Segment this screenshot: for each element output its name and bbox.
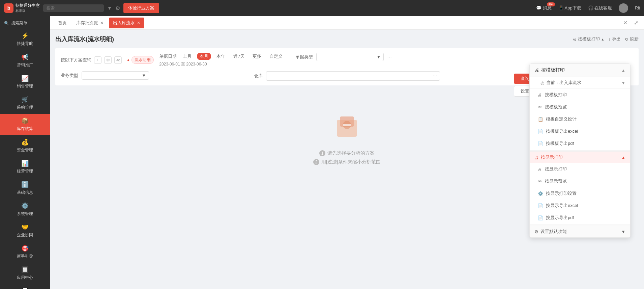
tab-batch-account[interactable]: 库存批次账 ✕ bbox=[72, 18, 108, 28]
warehouse-label: 仓库 bbox=[254, 73, 263, 79]
date-tab-last-7-days[interactable]: 近7天 bbox=[231, 53, 247, 60]
dropdown-display-print-settings[interactable]: ⚙️ 按显示打印设置 bbox=[530, 187, 630, 200]
dropdown-template-preview[interactable]: 👁 按模板预览 bbox=[530, 101, 630, 113]
message-btn[interactable]: 💬 消息 99+ bbox=[536, 5, 552, 11]
tab-inout-flow[interactable]: 出入库流水 ✕ bbox=[109, 18, 144, 28]
avatar[interactable] bbox=[619, 3, 628, 13]
sidebar-item-finance[interactable]: 💰 资金管理 bbox=[0, 135, 50, 156]
export-btn[interactable]: ↑ 导出 bbox=[609, 36, 621, 42]
marketing-icon: 📢 bbox=[21, 53, 29, 61]
search-type-tag: 流水明细 bbox=[131, 56, 154, 64]
dropdown-display-section-header[interactable]: 🖨 按显示打印 ▲ bbox=[530, 151, 630, 163]
search-icon: 🔍 bbox=[4, 21, 9, 26]
export-icon: ↑ bbox=[609, 37, 611, 42]
sidebar-item-operations[interactable]: 📊 经营管理 bbox=[0, 156, 50, 178]
sidebar: 🔍 搜索菜单 ⚡ 快捷导航 📢 营销推广 📈 销售管理 🛒 采购管理 📦 库存核… bbox=[0, 16, 50, 289]
window-close-btn[interactable]: ✕ bbox=[621, 19, 629, 27]
search-dropdown-icon[interactable]: ▼ bbox=[107, 5, 112, 11]
display-pdf-icon: 📄 bbox=[538, 215, 543, 220]
current-indicator-icon: ◎ bbox=[540, 80, 544, 85]
page-header: 出入库流水(流水明细) 🖨 按模板打印 ▲ ↑ 导出 ↻ 刷新 bbox=[55, 35, 639, 43]
sidebar-item-basic-info[interactable]: ℹ️ 基础信息 bbox=[0, 178, 50, 199]
dropdown-template-export-excel[interactable]: 📄 按模板导出excel bbox=[530, 125, 630, 137]
date-tab-more[interactable]: 更多 bbox=[250, 53, 264, 60]
dropdown-footer-settings[interactable]: ⚙ 设置默认功能 ▼ bbox=[530, 226, 630, 237]
doc-type-label: 单据类型 bbox=[295, 54, 313, 60]
page-header-actions: 🖨 按模板打印 ▲ ↑ 导出 ↻ 刷新 bbox=[572, 36, 639, 42]
display-excel-icon: 📄 bbox=[538, 203, 543, 208]
print-template-btn[interactable]: 🖨 按模板打印 ▲ bbox=[572, 36, 605, 42]
dropdown-title: 🖨 按模板打印 bbox=[534, 67, 565, 73]
dropdown-toggle-icon[interactable]: ▲ bbox=[621, 68, 625, 73]
top-search-input[interactable] bbox=[43, 4, 104, 12]
logo-area: b 畅捷通好生意 标准版 bbox=[4, 3, 40, 13]
dropdown-template-custom[interactable]: 📋 模板自定义设计 bbox=[530, 113, 630, 125]
industry-btn[interactable]: 体验行业方案 bbox=[123, 3, 159, 13]
logo-icon: b bbox=[4, 3, 13, 13]
warehouse-select[interactable]: ··· bbox=[266, 71, 440, 81]
doc-type-more-btn[interactable]: ··· bbox=[387, 54, 391, 60]
sidebar-item-app-center[interactable]: 🔲 应用中心 bbox=[0, 263, 50, 284]
online-service-btn[interactable]: 🎧 在线客服 bbox=[588, 5, 612, 11]
sidebar-item-inventory[interactable]: 📦 库存核算 bbox=[0, 114, 50, 135]
dropdown-display-preview[interactable]: 👁 按显示预览 bbox=[530, 175, 630, 187]
purchase-icon: 🛒 bbox=[21, 96, 29, 103]
sidebar-item-wechat[interactable]: 💬 企业微信 bbox=[0, 284, 50, 289]
tab-home[interactable]: 首页 bbox=[54, 20, 71, 26]
warehouse-more-btn[interactable]: ··· bbox=[433, 73, 437, 79]
tab-inout-flow-close[interactable]: ✕ bbox=[137, 21, 140, 25]
date-tabs: 上月 本月 本年 近7天 更多 自定义 bbox=[180, 53, 285, 60]
doc-type-chevron-icon: ▼ bbox=[377, 54, 381, 59]
top-right-area: 💬 消息 99+ 📱 App下载 🎧 在线客服 Rit bbox=[536, 3, 640, 13]
refresh-btn[interactable]: ↻ 刷新 bbox=[625, 36, 639, 42]
date-label: 单据日期 bbox=[159, 53, 177, 59]
app-center-icon: 🔲 bbox=[21, 266, 29, 273]
sidebar-item-system[interactable]: ⚙️ 系统管理 bbox=[0, 199, 50, 220]
filter-settings-icon[interactable]: ⚙ bbox=[104, 56, 112, 64]
sidebar-item-purchase[interactable]: 🛒 采购管理 bbox=[0, 93, 50, 114]
dropdown-display-export-excel[interactable]: 📄 按显示导出excel bbox=[530, 200, 630, 212]
finance-icon: 💰 bbox=[21, 138, 29, 146]
display-print-settings-icon: ⚙️ bbox=[538, 191, 543, 196]
tab-batch-account-close[interactable]: ✕ bbox=[100, 21, 104, 25]
dropdown-template-export-pdf[interactable]: 📄 按模板导出pdf bbox=[530, 137, 630, 150]
dropdown-template-print[interactable]: 🖨 按模板打印 bbox=[530, 89, 630, 101]
sidebar-item-search-menu[interactable]: 🔍 搜索菜单 bbox=[0, 18, 50, 29]
template-print-icon: 🖨 bbox=[538, 93, 542, 98]
business-type-label: 业务类型 bbox=[61, 73, 78, 79]
dropdown-display-print[interactable]: 🖨 按显示打印 bbox=[530, 163, 630, 175]
settings-icon[interactable]: ⚙ bbox=[115, 5, 120, 11]
footer-chevron-icon: ▼ bbox=[621, 229, 625, 234]
app-download-btn[interactable]: 📱 App下载 bbox=[558, 5, 581, 11]
date-tab-this-month[interactable]: 本月 bbox=[197, 53, 211, 60]
message-badge: 99+ bbox=[547, 2, 555, 6]
empty-hint-2: 2 用[过滤]条件来缩小分析范围 bbox=[313, 159, 381, 165]
sidebar-item-sales[interactable]: 📈 销售管理 bbox=[0, 71, 50, 93]
date-tab-last-month[interactable]: 上月 bbox=[180, 53, 194, 60]
empty-icon bbox=[330, 110, 364, 143]
main-layout: 🔍 搜索菜单 ⚡ 快捷导航 📢 营销推广 📈 销售管理 🛒 采购管理 📦 库存核… bbox=[0, 16, 644, 289]
dropdown-display-export-pdf[interactable]: 📄 按显示导出pdf bbox=[530, 212, 630, 224]
sidebar-item-cooperation[interactable]: 🤝 企业协同 bbox=[0, 220, 50, 241]
svg-rect-3 bbox=[343, 124, 351, 126]
sidebar-item-quick-nav[interactable]: ⚡ 快捷导航 bbox=[0, 29, 50, 50]
filter-label-group: 按以下方案查询 + ⚙ ≪ bbox=[61, 56, 122, 64]
doc-type-select[interactable]: ▼ bbox=[316, 53, 384, 61]
business-type-select[interactable]: ▼ bbox=[82, 71, 149, 80]
guide-icon: 🎯 bbox=[21, 245, 29, 252]
filter-collapse-icon[interactable]: ≪ bbox=[114, 56, 122, 64]
dropdown-footer-divider bbox=[530, 225, 630, 225]
search-type-tag-group: ● 流水明细 bbox=[127, 56, 154, 64]
sidebar-item-guide[interactable]: 🎯 新手引导 bbox=[0, 241, 50, 263]
empty-hint-1: 1 请先选择要分析的方案 bbox=[319, 150, 375, 156]
display-section-icon: 🖨 bbox=[534, 155, 539, 160]
window-expand-btn[interactable]: ⤢ bbox=[632, 19, 640, 27]
template-excel-icon: 📄 bbox=[538, 129, 543, 134]
sidebar-item-marketing[interactable]: 📢 营销推广 bbox=[0, 50, 50, 71]
date-tab-custom[interactable]: 自定义 bbox=[267, 53, 285, 60]
date-tab-this-year[interactable]: 本年 bbox=[214, 53, 228, 60]
dropdown-current-section[interactable]: ◎ 当前：出入库流水 ▼ bbox=[530, 77, 630, 89]
system-icon: ⚙️ bbox=[21, 202, 29, 210]
filter-add-btn[interactable]: + bbox=[94, 56, 101, 64]
user-name: Rit bbox=[635, 6, 640, 10]
